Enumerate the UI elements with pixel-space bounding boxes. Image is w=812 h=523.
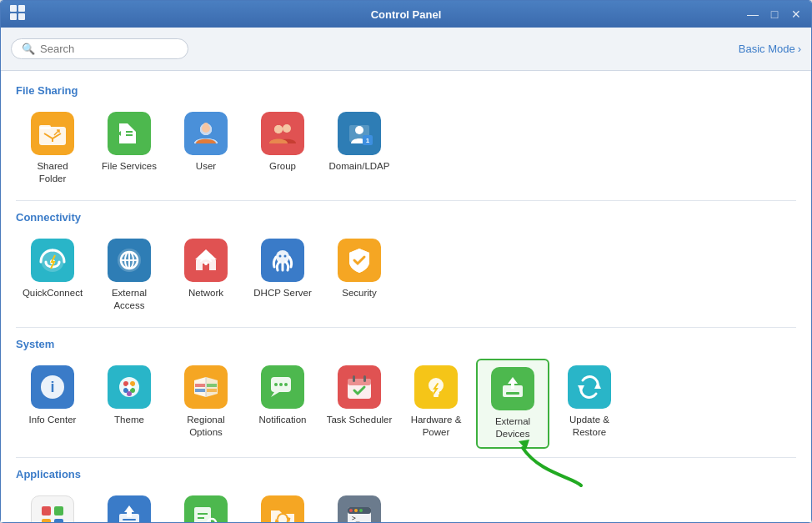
applications-grid: Privileges ApplicationPortal <box>16 489 796 522</box>
close-button[interactable]: ✕ <box>788 6 804 23</box>
section-title-connectivity: Connectivity <box>16 211 796 224</box>
search-input[interactable] <box>40 43 173 55</box>
window-title: Control Panel <box>371 8 442 21</box>
icon-external-devices[interactable]: ExternalDevices <box>476 359 549 449</box>
svg-text:1: 1 <box>366 137 370 144</box>
network-icon-box <box>184 239 228 282</box>
shared-folder-label: SharedFolder <box>37 160 68 185</box>
search-box[interactable]: 🔍 <box>11 38 188 59</box>
icon-indexing-service[interactable]: IndexingService <box>169 489 243 522</box>
svg-point-38 <box>127 391 132 396</box>
svg-rect-4 <box>39 127 66 145</box>
security-icon-box <box>338 239 381 282</box>
icon-update-restore[interactable]: Update &Restore <box>553 359 626 449</box>
privileges-icon-box <box>31 495 74 522</box>
svg-rect-65 <box>123 519 136 520</box>
maximize-button[interactable]: □ <box>766 6 783 23</box>
theme-icon-box <box>108 365 151 409</box>
basic-mode-button[interactable]: Basic Mode › <box>739 43 801 55</box>
icon-group[interactable]: Group <box>246 105 319 192</box>
svg-rect-42 <box>195 389 205 392</box>
svg-rect-63 <box>54 519 63 522</box>
svg-rect-62 <box>42 519 51 522</box>
external-access-icon-box <box>108 239 151 282</box>
basic-mode-label: Basic Mode <box>739 43 795 55</box>
update-restore-icon-box <box>568 365 611 409</box>
file-sharing-grid: SharedFolder <box>16 105 796 192</box>
icon-info-center[interactable]: i Info Center <box>16 359 89 449</box>
external-access-label: External Access <box>96 287 163 312</box>
quickconnect-label: QuickConnect <box>23 287 83 299</box>
task-scheduler-label: Task Scheduler <box>327 414 393 426</box>
icon-shared-folder[interactable]: SharedFolder <box>16 105 89 192</box>
section-system: System i Info Center <box>16 338 796 458</box>
app-logo <box>9 4 26 24</box>
file-services-label: File Services <box>102 160 157 173</box>
user-label: User <box>196 160 216 173</box>
svg-point-28 <box>279 254 282 257</box>
svg-point-16 <box>355 126 363 134</box>
icon-security[interactable]: Security <box>323 232 396 319</box>
section-title-file-sharing: File Sharing <box>16 84 796 97</box>
update-restore-label: Update &Restore <box>569 414 609 439</box>
dhcp-icon-box <box>261 239 304 282</box>
section-connectivity: Connectivity QuickCo <box>16 211 796 328</box>
icon-terminal-snmp[interactable]: >_ Terminal &SNMP <box>323 489 396 522</box>
svg-rect-0 <box>10 5 17 12</box>
svg-rect-61 <box>54 506 63 515</box>
svg-point-37 <box>127 385 132 390</box>
icon-external-access[interactable]: External Access <box>93 232 166 319</box>
svg-point-29 <box>284 254 287 257</box>
icon-regional-options[interactable]: RegionalOptions <box>169 359 243 449</box>
network-label: Network <box>188 287 223 299</box>
section-title-system: System <box>16 338 796 350</box>
divider-connectivity <box>16 327 796 328</box>
indexing-service-icon-box <box>184 495 228 522</box>
svg-point-77 <box>349 509 353 512</box>
icon-privileges[interactable]: Privileges <box>16 489 89 522</box>
info-center-icon-box: i <box>31 365 74 409</box>
icon-file-services[interactable]: File Services <box>93 105 166 192</box>
icon-domain-ldap[interactable]: 1 Domain/LDAP <box>323 105 396 192</box>
dhcp-server-label: DHCP Server <box>253 287 311 299</box>
icon-theme[interactable]: Theme <box>93 359 166 449</box>
minimize-button[interactable]: ― <box>744 6 761 23</box>
section-file-sharing: File Sharing SharedFolder <box>16 84 796 201</box>
icon-quickconnect[interactable]: QuickConnect <box>16 232 89 319</box>
svg-rect-1 <box>18 5 25 12</box>
svg-rect-3 <box>18 13 25 20</box>
quickconnect-icon-box <box>31 239 74 282</box>
notification-icon-box <box>261 365 304 409</box>
search-icon: 🔍 <box>22 43 35 55</box>
icon-dhcp-server[interactable]: DHCP Server <box>246 232 319 319</box>
divider-system <box>16 457 796 458</box>
shared-folder-icon-box <box>31 112 74 155</box>
external-devices-label: ExternalDevices <box>495 415 530 440</box>
svg-rect-54 <box>434 395 439 397</box>
icon-shared-folder-sync[interactable]: Shared FolderSync <box>246 489 319 522</box>
svg-rect-5 <box>39 125 51 129</box>
security-label: Security <box>342 287 377 299</box>
group-label: Group <box>269 160 296 173</box>
notification-label: Notification <box>259 414 307 426</box>
terminal-snmp-icon-box: >_ <box>338 495 381 522</box>
svg-rect-41 <box>207 384 217 387</box>
icon-application-portal[interactable]: ApplicationPortal <box>93 489 166 522</box>
icon-hardware-power[interactable]: Hardware &Power <box>399 359 473 449</box>
svg-point-26 <box>204 262 208 265</box>
svg-point-11 <box>203 123 208 128</box>
section-applications: Applications Privileges <box>16 468 796 522</box>
section-title-applications: Applications <box>16 468 796 480</box>
icon-user[interactable]: User <box>169 105 243 192</box>
svg-marker-58 <box>594 382 601 389</box>
regional-options-icon-box <box>184 365 228 409</box>
application-portal-icon-box <box>108 495 151 522</box>
icon-task-scheduler[interactable]: Task Scheduler <box>323 359 396 449</box>
user-icon-box <box>184 112 228 155</box>
hardware-power-label: Hardware &Power <box>411 414 462 439</box>
external-devices-icon-box <box>491 367 534 410</box>
icon-notification[interactable]: Notification <box>246 359 319 449</box>
svg-rect-43 <box>207 389 217 392</box>
icon-network[interactable]: Network <box>169 232 243 319</box>
control-panel-window: Control Panel ― □ ✕ 🔍 Basic Mode › File … <box>0 0 812 523</box>
